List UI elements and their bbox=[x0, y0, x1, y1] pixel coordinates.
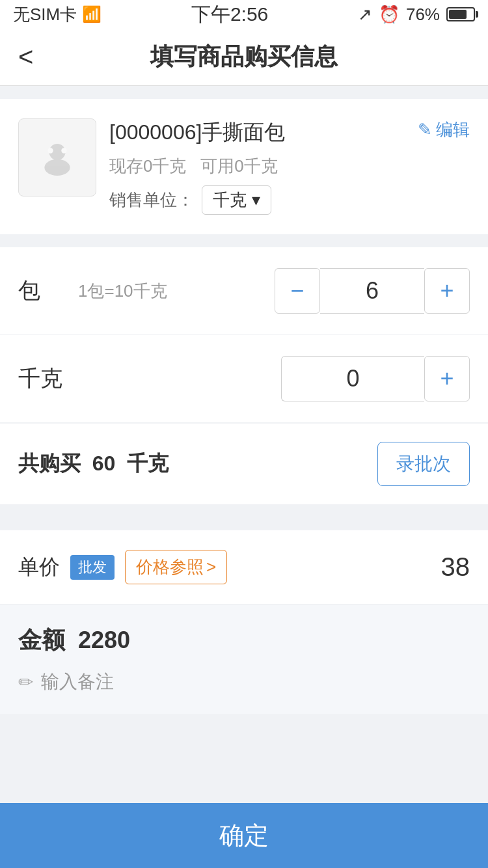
total-text: 共购买 60 千克 bbox=[18, 450, 169, 478]
edit-icon: ✎ bbox=[418, 120, 432, 140]
amount-section: 金额 2280 ✏ 输入备注 bbox=[0, 605, 488, 714]
minus-icon: − bbox=[290, 277, 304, 305]
price-ref-button[interactable]: 价格参照 > bbox=[125, 550, 227, 584]
price-label: 单价 bbox=[18, 553, 60, 582]
product-unit-row: 销售单位： 千克 ▾ bbox=[109, 185, 405, 215]
product-stock: 现存0千克 可用0千克 bbox=[109, 155, 405, 178]
back-button[interactable]: < bbox=[18, 42, 33, 72]
kg-plus-icon: + bbox=[440, 365, 454, 392]
status-bar-time: 下午2:56 bbox=[191, 1, 268, 28]
kg-quantity-row: 千克 + bbox=[0, 335, 488, 423]
price-section: 单价 批发 价格参照 > 38 bbox=[0, 530, 488, 604]
kg-controls: + bbox=[281, 356, 470, 401]
unit-selector[interactable]: 千克 ▾ bbox=[202, 185, 271, 215]
status-bar: 无SIM卡 📶 下午2:56 ↗ ⏰ 76% bbox=[0, 0, 488, 29]
amount-value: 2280 bbox=[78, 627, 130, 653]
carrier-text: 无SIM卡 bbox=[13, 3, 77, 26]
amount-row: 金额 2280 bbox=[18, 625, 470, 657]
battery-percent: 76% bbox=[406, 5, 440, 25]
package-plus-button[interactable]: + bbox=[424, 268, 470, 314]
price-value: 38 bbox=[441, 552, 470, 582]
product-name: [0000006]手撕面包 bbox=[109, 118, 405, 147]
status-bar-left: 无SIM卡 📶 bbox=[13, 3, 102, 26]
batch-button[interactable]: 录批次 bbox=[377, 442, 470, 486]
kg-plus-button[interactable]: + bbox=[424, 356, 470, 401]
page-title: 填写商品购买信息 bbox=[150, 41, 338, 73]
total-section: 共购买 60 千克 录批次 bbox=[0, 423, 488, 504]
status-bar-right: ↗ ⏰ 76% bbox=[358, 5, 475, 25]
wifi-icon: 📶 bbox=[82, 5, 102, 23]
product-logo-icon bbox=[34, 135, 80, 180]
price-tag: 批发 bbox=[70, 555, 115, 580]
svg-point-1 bbox=[47, 148, 53, 153]
package-quantity-row: 包 1包=10千克 − + bbox=[0, 247, 488, 335]
location-icon: ↗ bbox=[358, 5, 372, 25]
product-info: [0000006]手撕面包 现存0千克 可用0千克 销售单位： 千克 ▾ bbox=[109, 118, 405, 215]
note-row[interactable]: ✏ 输入备注 bbox=[18, 670, 470, 694]
alarm-icon: ⏰ bbox=[379, 5, 400, 25]
product-card: [0000006]手撕面包 现存0千克 可用0千克 销售单位： 千克 ▾ ✎ 编… bbox=[0, 99, 488, 234]
confirm-button[interactable]: 确定 bbox=[0, 803, 488, 868]
kg-input[interactable] bbox=[281, 356, 424, 401]
nav-bar: < 填写商品购买信息 bbox=[0, 29, 488, 86]
package-label: 包 bbox=[18, 276, 70, 306]
price-ref-arrow-icon: > bbox=[206, 557, 216, 577]
plus-icon: + bbox=[440, 277, 454, 305]
dropdown-arrow-icon: ▾ bbox=[252, 190, 260, 210]
note-label: 输入备注 bbox=[41, 670, 114, 694]
pencil-icon: ✏ bbox=[18, 671, 33, 693]
battery-fill bbox=[449, 10, 467, 19]
svg-point-3 bbox=[44, 159, 70, 176]
section-divider-1 bbox=[0, 234, 488, 247]
package-conversion: 1包=10千克 bbox=[78, 280, 275, 303]
product-image bbox=[18, 118, 96, 197]
package-controls: − + bbox=[275, 268, 470, 314]
product-actions: ✎ 编辑 bbox=[418, 118, 470, 141]
kg-label: 千克 bbox=[18, 364, 70, 394]
back-icon: < bbox=[18, 42, 33, 72]
battery-icon bbox=[446, 7, 475, 21]
svg-point-2 bbox=[61, 148, 66, 153]
total-amount: 60 bbox=[92, 452, 116, 475]
section-divider-2 bbox=[0, 504, 488, 517]
quantity-section: 包 1包=10千克 − + 千克 + 共购买 60 千克 bbox=[0, 247, 488, 504]
package-minus-button[interactable]: − bbox=[275, 268, 320, 314]
price-row: 单价 批发 价格参照 > 38 bbox=[18, 550, 470, 584]
package-input[interactable] bbox=[320, 268, 424, 314]
edit-button[interactable]: ✎ 编辑 bbox=[418, 118, 470, 141]
